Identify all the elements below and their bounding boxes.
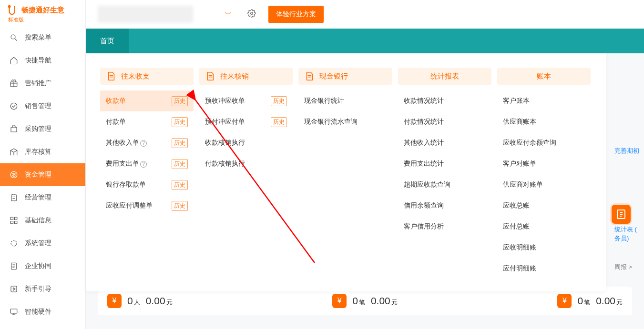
mega-menu-item[interactable]: 付款单历史 bbox=[100, 111, 194, 132]
mega-item-label: 其他收入统计 bbox=[404, 139, 444, 147]
box-icon bbox=[10, 148, 18, 156]
org-dropdown-icon[interactable]: ﹀ bbox=[222, 7, 235, 22]
history-badge[interactable]: 历史 bbox=[271, 117, 287, 127]
sidebar-item-label: 搜索菜单 bbox=[25, 33, 51, 42]
sidebar-item-box[interactable]: 库存核算 bbox=[0, 140, 85, 163]
mega-menu-item[interactable]: 预收冲应收单历史 bbox=[199, 90, 293, 111]
sidebar-item-search[interactable]: 搜索菜单 bbox=[0, 26, 85, 49]
mega-menu-item[interactable]: 供应商账本 bbox=[497, 111, 591, 132]
history-badge[interactable]: 历史 bbox=[172, 138, 188, 148]
mega-item-label: 应收应付调整单 bbox=[106, 201, 153, 210]
mega-menu-item[interactable]: 客户对账单 bbox=[497, 153, 591, 174]
mega-item-label: 超期应收款查询 bbox=[404, 180, 450, 189]
mega-menu-item[interactable]: 应收应付余额查询 bbox=[497, 132, 591, 153]
sidebar-item-cart[interactable]: 采购管理 bbox=[0, 118, 85, 140]
svg-line-2 bbox=[15, 39, 17, 40]
mega-menu-item[interactable]: 应付总账 bbox=[497, 216, 591, 237]
history-badge[interactable]: 历史 bbox=[172, 180, 188, 190]
help-icon[interactable]: ? bbox=[140, 140, 147, 147]
sidebar-item-monitor[interactable]: 智能硬件 bbox=[0, 300, 85, 323]
sidebar-item-compass[interactable]: 新手引导 bbox=[0, 278, 85, 300]
history-badge[interactable]: 历史 bbox=[271, 96, 287, 106]
mega-menu-item[interactable]: 供应商对账单 bbox=[497, 174, 591, 195]
mega-menu-item[interactable]: 应收应付调整单历史 bbox=[100, 195, 194, 216]
mega-menu-item[interactable]: 付款核销执行 bbox=[199, 153, 293, 174]
mega-menu-item[interactable]: 银行存取款单历史 bbox=[100, 174, 194, 195]
hint-row[interactable]: 统计表 ( 务员) bbox=[614, 225, 639, 243]
mega-menu-item[interactable]: 客户账本 bbox=[497, 90, 591, 111]
mega-column: 账本客户账本供应商账本应收应付余额查询客户对账单供应商对账单应收总账应付总账应收… bbox=[497, 68, 596, 277]
history-badge[interactable]: 历史 bbox=[172, 159, 188, 169]
history-badge[interactable]: 历史 bbox=[172, 96, 188, 106]
mega-menu-item[interactable]: 付款情况统计 bbox=[398, 111, 491, 132]
mega-item-label: 应收总账 bbox=[503, 201, 530, 210]
mega-column: 往来收支收款单历史付款单历史其他收入单?历史费用支出单?历史银行存取款单历史应收… bbox=[100, 68, 199, 277]
mega-menu-item[interactable]: 收款核销执行 bbox=[199, 132, 293, 153]
mega-menu-item[interactable]: 客户信用分析 bbox=[398, 216, 491, 237]
mega-column: 往来核销预收冲应收单历史预付冲应付单历史收款核销执行付款核销执行 bbox=[199, 68, 298, 277]
mega-menu-item[interactable]: 其他收入单?历史 bbox=[100, 132, 194, 153]
sidebar-item-home[interactable]: 快捷导航 bbox=[0, 49, 85, 72]
mega-item-label: 费用支出统计 bbox=[404, 160, 444, 168]
mega-column-header: 账本 bbox=[497, 68, 591, 85]
sidebar-item-label: 系统管理 bbox=[25, 239, 51, 248]
doc-icon bbox=[205, 71, 215, 81]
mega-menu: 往来收支收款单历史付款单历史其他收入单?历史费用支出单?历史银行存取款单历史应收… bbox=[86, 53, 606, 291]
sidebar-item-wallet[interactable]: 资金管理 bbox=[0, 163, 85, 186]
sidebar-item-clipboard2[interactable]: 企业协同 bbox=[0, 255, 85, 278]
stat-count: 0 bbox=[127, 295, 133, 306]
stat-icon: ¥ bbox=[557, 294, 572, 308]
svg-point-12 bbox=[11, 240, 17, 246]
clipboard2-icon bbox=[10, 262, 18, 270]
mega-item-label: 收款核销执行 bbox=[205, 139, 245, 147]
svg-rect-14 bbox=[11, 286, 17, 292]
mega-menu-item[interactable]: 应收明细账 bbox=[497, 237, 591, 258]
sidebar-item-label: 快捷导航 bbox=[25, 56, 51, 65]
svg-rect-10 bbox=[10, 221, 13, 224]
svg-rect-7 bbox=[11, 195, 17, 201]
experience-button[interactable]: 体验行业方案 bbox=[268, 6, 324, 23]
mega-menu-item[interactable]: 收款单历史 bbox=[100, 90, 194, 111]
mega-menu-item[interactable]: 收款情况统计 bbox=[398, 90, 491, 111]
home-icon bbox=[10, 56, 18, 65]
mega-column-header: 往来收支 bbox=[100, 68, 194, 85]
mega-column-title: 统计报表 bbox=[430, 72, 459, 81]
mega-column-title: 账本 bbox=[537, 72, 551, 81]
stat-amount: 0.00 bbox=[371, 295, 390, 306]
mega-item-label: 客户信用分析 bbox=[404, 222, 444, 231]
sidebar-item-grid[interactable]: 基础信息 bbox=[0, 209, 85, 232]
sidebar-item-label: 资金管理 bbox=[25, 170, 51, 179]
hint-row[interactable]: 周报 > bbox=[614, 262, 639, 272]
tab-home[interactable]: 首页 bbox=[86, 29, 129, 53]
stat-amount-unit: 元 bbox=[391, 299, 398, 306]
tag-icon bbox=[10, 102, 18, 110]
settings-icon[interactable] bbox=[245, 6, 259, 22]
logo: 畅捷通好生意 标准版 bbox=[0, 0, 85, 26]
mega-column-header: 统计报表 bbox=[398, 68, 491, 85]
stat-count: 0 bbox=[577, 295, 583, 306]
mega-menu-item[interactable]: 费用支出统计 bbox=[398, 153, 491, 174]
mega-item-label: 收款情况统计 bbox=[404, 97, 444, 105]
mega-menu-item[interactable]: 现金银行统计 bbox=[298, 90, 392, 111]
mega-item-label: 应收应付余额查询 bbox=[503, 139, 556, 147]
sidebar-item-loader[interactable]: 系统管理 bbox=[0, 232, 85, 255]
grid-icon bbox=[10, 216, 18, 225]
mega-menu-item[interactable]: 信用余额查询 bbox=[398, 195, 491, 216]
hint-row[interactable]: 完善期初 bbox=[614, 146, 639, 156]
sidebar-item-clipboard[interactable]: 经营管理 bbox=[0, 186, 85, 209]
mega-menu-item[interactable]: 其他收入统计 bbox=[398, 132, 491, 153]
history-badge[interactable]: 历史 bbox=[172, 117, 188, 127]
sidebar-item-gift[interactable]: 营销推广 bbox=[0, 72, 85, 95]
floating-action-icon[interactable] bbox=[610, 203, 632, 225]
history-badge[interactable]: 历史 bbox=[172, 201, 188, 211]
mega-menu-item[interactable]: 应付明细账 bbox=[497, 258, 591, 279]
sidebar-item-label: 销售管理 bbox=[25, 102, 51, 110]
mega-menu-item[interactable]: 预付冲应付单历史 bbox=[199, 111, 293, 132]
mega-item-label: 应付总账 bbox=[503, 222, 530, 231]
mega-menu-item[interactable]: 费用支出单?历史 bbox=[100, 153, 194, 174]
sidebar-item-tag[interactable]: 销售管理 bbox=[0, 95, 85, 118]
help-icon[interactable]: ? bbox=[140, 161, 147, 168]
mega-menu-item[interactable]: 应收总账 bbox=[497, 195, 591, 216]
mega-menu-item[interactable]: 超期应收款查询 bbox=[398, 174, 491, 195]
mega-menu-item[interactable]: 现金银行流水查询 bbox=[298, 111, 392, 132]
